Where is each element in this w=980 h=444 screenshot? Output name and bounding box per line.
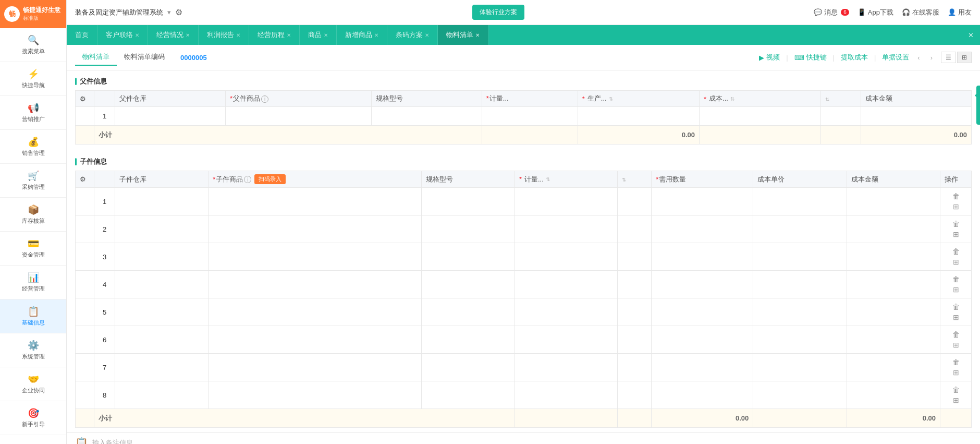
shortcut-btn[interactable]: ⌨ 快捷键 — [794, 53, 827, 62]
child-cell-unit-cost-6[interactable] — [753, 354, 847, 381]
experience-btn[interactable]: 体验行业方案 — [472, 5, 524, 20]
child-cell-warehouse-6[interactable] — [115, 354, 209, 381]
nav-tab-1[interactable]: 客户联络✕ — [97, 25, 148, 45]
child-cell-product-4[interactable] — [209, 298, 421, 326]
child-cell-unit-cost-4[interactable] — [753, 298, 847, 326]
child-cell-unit-cost-0[interactable] — [753, 188, 847, 215]
child-cell-spec-6[interactable] — [421, 354, 514, 381]
child-cell-unit-3[interactable] — [514, 271, 617, 298]
sidebar-item-6[interactable]: 💳资金管理 — [0, 232, 66, 266]
nav-tab-2[interactable]: 经营情况✕ — [148, 25, 199, 45]
parent-produce-sort-icon[interactable]: ⇅ — [609, 96, 613, 102]
child-cell-unit-cost-2[interactable] — [753, 243, 847, 271]
child-cell-warehouse-4[interactable] — [115, 298, 209, 326]
nav-tab-4[interactable]: 经营历程✕ — [249, 25, 300, 45]
child-cell-product-3[interactable] — [209, 271, 421, 298]
sidebar-item-7[interactable]: 📊经营管理 — [0, 266, 66, 299]
nav-tab-close-2[interactable]: ✕ — [186, 32, 190, 38]
child-cell-unit-6[interactable] — [514, 354, 617, 381]
child-cell-product-6[interactable] — [209, 354, 421, 381]
child-copy-btn-5[interactable]: ⊞ — [951, 340, 961, 350]
list-view-btn[interactable]: ☰ — [941, 52, 956, 63]
sub-tab-bom-code[interactable]: 物料清单编码 — [117, 49, 172, 66]
child-delete-btn-0[interactable]: 🗑 — [950, 191, 962, 201]
child-cell-spec-1[interactable] — [421, 215, 514, 243]
child-cell-qty-6[interactable] — [652, 354, 753, 381]
child-copy-btn-3[interactable]: ⊞ — [951, 284, 961, 295]
sidebar-item-0[interactable]: 🔍搜索菜单 — [0, 28, 66, 62]
note-text[interactable]: 输入备注信息 — [92, 438, 133, 444]
child-cell-unit-cost-5[interactable] — [753, 326, 847, 354]
child-cell-product-7[interactable] — [209, 381, 421, 409]
child-cell-qty-5[interactable] — [652, 326, 753, 354]
view-video-btn[interactable]: ▶ 视频 — [759, 53, 780, 62]
nav-tab-close-7[interactable]: ✕ — [425, 32, 429, 38]
child-cell-product-2[interactable] — [209, 243, 421, 271]
settings-icon[interactable]: ⚙ — [175, 7, 182, 17]
child-cell-spec-0[interactable] — [421, 188, 514, 215]
child-cell-unit-cost-1[interactable] — [753, 215, 847, 243]
child-delete-btn-1[interactable]: 🗑 — [950, 219, 962, 229]
child-gear-icon[interactable]: ⚙ — [80, 175, 86, 183]
sidebar-item-5[interactable]: 📦库存核算 — [0, 198, 66, 232]
sidebar-item-8[interactable]: 📋基础信息 — [0, 299, 66, 333]
child-delete-btn-6[interactable]: 🗑 — [950, 357, 962, 367]
sidebar-item-1[interactable]: ⚡快捷导航 — [0, 62, 66, 96]
child-copy-btn-7[interactable]: ⊞ — [951, 395, 961, 405]
child-delete-btn-7[interactable]: 🗑 — [950, 385, 962, 395]
child-cell-qty-7[interactable] — [652, 381, 753, 409]
child-copy-btn-4[interactable]: ⊞ — [951, 312, 961, 322]
child-cell-warehouse-2[interactable] — [115, 243, 209, 271]
child-cell-warehouse-1[interactable] — [115, 215, 209, 243]
extract-cost-btn[interactable]: 提取成本 — [841, 53, 868, 62]
child-cell-spec-4[interactable] — [421, 298, 514, 326]
nav-tab-3[interactable]: 利润报告✕ — [199, 25, 249, 45]
online-service-item[interactable]: 🎧 在线客服 — [902, 8, 939, 17]
child-cell-unit-2[interactable] — [514, 243, 617, 271]
child-copy-btn-2[interactable]: ⊞ — [951, 257, 961, 267]
child-cell-spec-5[interactable] — [421, 326, 514, 354]
parent-cell-produce[interactable] — [578, 107, 699, 126]
child-cell-warehouse-0[interactable] — [115, 188, 209, 215]
parent-cell-product[interactable] — [225, 107, 371, 126]
single-setting-btn[interactable]: 单据设置 — [882, 53, 909, 62]
child-cell-product-1[interactable] — [209, 215, 421, 243]
child-spacer-sort-icon[interactable]: ⇅ — [622, 177, 626, 183]
app-download-item[interactable]: 📱 App下载 — [858, 8, 893, 17]
child-cell-unit-cost-7[interactable] — [753, 381, 847, 409]
parent-cell-warehouse[interactable] — [115, 107, 226, 126]
scan-input-btn[interactable]: 扫码录入 — [254, 174, 286, 184]
nav-tab-0[interactable]: 首页 — [67, 25, 97, 45]
child-cell-warehouse-5[interactable] — [115, 326, 209, 354]
nav-tab-5[interactable]: 商品✕ — [300, 25, 337, 45]
child-cell-qty-2[interactable] — [652, 243, 753, 271]
user-item[interactable]: 👤 用友 — [948, 8, 972, 17]
child-cell-warehouse-3[interactable] — [115, 271, 209, 298]
child-unit-sort-icon[interactable]: ⇅ — [546, 176, 550, 182]
child-copy-btn-1[interactable]: ⊞ — [951, 229, 961, 239]
child-cell-unit-cost-3[interactable] — [753, 271, 847, 298]
nav-tab-close-1[interactable]: ✕ — [135, 32, 139, 38]
parent-cell-unit[interactable] — [482, 107, 578, 126]
child-cell-spec-7[interactable] — [421, 381, 514, 409]
child-cell-qty-1[interactable] — [652, 215, 753, 243]
sidebar-item-11[interactable]: 🎯新手引导 — [0, 401, 66, 435]
parent-cost-sort-icon[interactable]: ⇅ — [730, 96, 734, 102]
child-copy-btn-6[interactable]: ⊞ — [951, 367, 961, 378]
child-copy-btn-0[interactable]: ⊞ — [951, 201, 961, 212]
child-cell-product-0[interactable] — [209, 188, 421, 215]
child-cell-unit-5[interactable] — [514, 326, 617, 354]
child-cell-qty-0[interactable] — [652, 188, 753, 215]
nav-tab-close-3[interactable]: ✕ — [236, 32, 240, 38]
child-cell-unit-4[interactable] — [514, 298, 617, 326]
nav-tab-8[interactable]: 物料清单✕ — [438, 25, 488, 45]
child-cell-unit-0[interactable] — [514, 188, 617, 215]
sub-tab-bom-list[interactable]: 物料清单 — [75, 49, 117, 66]
child-delete-btn-4[interactable]: 🗑 — [950, 302, 962, 312]
child-cell-qty-3[interactable] — [652, 271, 753, 298]
parent-extra-sort-icon[interactable]: ⇅ — [825, 97, 829, 102]
nav-prev-btn[interactable]: ‹ — [915, 53, 922, 63]
child-cell-unit-1[interactable] — [514, 215, 617, 243]
sidebar-item-10[interactable]: 🤝企业协同 — [0, 367, 66, 401]
nav-tab-7[interactable]: 条码方案✕ — [387, 25, 438, 45]
